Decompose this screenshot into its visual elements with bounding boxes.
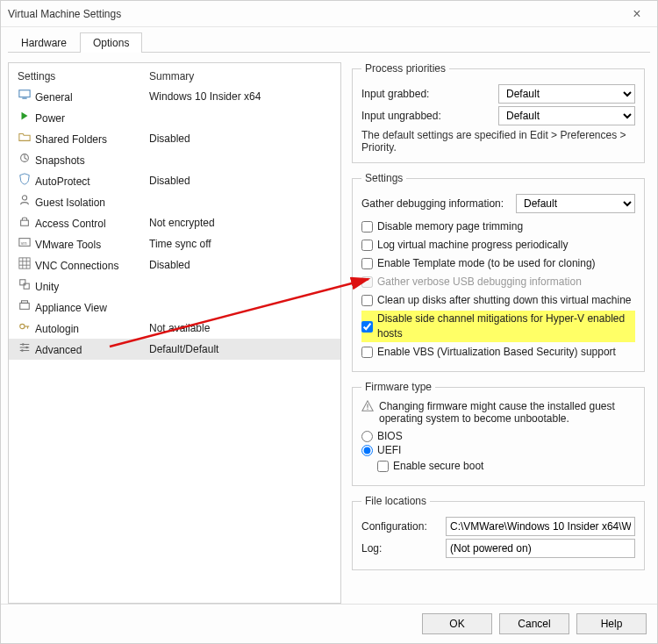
radio-bios[interactable]: BIOS xyxy=(361,430,635,442)
list-row-autoprotect[interactable]: AutoProtectDisabled xyxy=(9,170,340,191)
list-row-vmware-tools[interactable]: vmVMware ToolsTime sync off xyxy=(9,233,340,254)
appliance-icon xyxy=(18,298,32,312)
svg-rect-12 xyxy=(20,280,25,285)
cancel-button[interactable]: Cancel xyxy=(499,613,569,634)
list-item-summary: Disabled xyxy=(149,173,332,189)
config-path-field[interactable] xyxy=(446,517,635,536)
list-row-snapshots[interactable]: Snapshots xyxy=(9,149,340,170)
window-title: Virtual Machine Settings xyxy=(8,8,624,20)
list-row-autologin[interactable]: AutologinNot available xyxy=(9,318,340,339)
cb-cleanup-disks[interactable]: Clean up disks after shutting down this … xyxy=(361,292,635,309)
lock-icon xyxy=(18,214,32,228)
svg-rect-4 xyxy=(21,220,29,225)
list-item-name: AutoProtect xyxy=(35,175,90,188)
cb-log-progress[interactable]: Log virtual machine progress periodicall… xyxy=(361,237,635,254)
list-item-summary: Time sync off xyxy=(149,236,332,252)
list-row-shared-folders[interactable]: Shared FoldersDisabled xyxy=(9,128,340,149)
cb-side-channel[interactable]: Disable side channel mitigations for Hyp… xyxy=(361,311,635,342)
cb-vbs-support[interactable]: Enable VBS (Virtualization Based Securit… xyxy=(361,344,635,361)
input-ungrabbed-select[interactable]: Default xyxy=(498,106,635,125)
tab-hardware[interactable]: Hardware xyxy=(8,32,80,53)
help-button[interactable]: Help xyxy=(576,613,647,634)
process-priorities-group: Process priorities Input grabbed: Defaul… xyxy=(352,62,645,163)
svg-point-16 xyxy=(20,324,25,328)
list-item-summary: Default/Default xyxy=(149,341,332,357)
col-settings-header: Settings xyxy=(18,70,149,82)
list-item-name: Power xyxy=(35,112,65,125)
list-row-access-control[interactable]: Access ControlNot encrypted xyxy=(9,212,340,233)
cb-disable-mem-trim[interactable]: Disable memory page trimming xyxy=(361,218,635,235)
config-label: Configuration: xyxy=(361,520,440,533)
snapshot-icon xyxy=(18,151,32,165)
firmware-warning: Changing firmware might cause the instal… xyxy=(379,400,635,425)
settings-list[interactable]: Settings Summary GeneralWindows 10 Insid… xyxy=(8,62,341,604)
tab-options[interactable]: Options xyxy=(80,32,142,53)
input-grabbed-select[interactable]: Default xyxy=(498,84,635,104)
svg-rect-7 xyxy=(19,258,30,268)
screen-icon xyxy=(18,88,32,102)
power-icon xyxy=(18,109,32,123)
sliders-icon xyxy=(18,340,32,354)
ok-button[interactable]: OK xyxy=(422,613,492,634)
content-area: Settings Summary GeneralWindows 10 Insid… xyxy=(1,54,657,604)
list-header: Settings Summary xyxy=(9,68,340,86)
list-item-summary: Not encrypted xyxy=(149,215,332,231)
shield-icon xyxy=(18,172,32,186)
vm-settings-window: Virtual Machine Settings × Hardware Opti… xyxy=(0,0,658,644)
list-item-name: General xyxy=(35,91,73,104)
list-item-name: Snapshots xyxy=(35,154,85,167)
warning-icon xyxy=(361,400,374,415)
titlebar: Virtual Machine Settings × xyxy=(1,1,657,27)
log-label: Log: xyxy=(361,542,440,555)
list-item-summary: Disabled xyxy=(149,131,332,147)
svg-point-24 xyxy=(21,349,24,352)
svg-rect-25 xyxy=(367,404,368,407)
unity-icon xyxy=(18,277,32,291)
vm-icon: vm xyxy=(18,235,32,249)
tab-strip: Hardware Options xyxy=(1,27,657,53)
log-path-field[interactable] xyxy=(446,539,635,558)
svg-rect-1 xyxy=(22,98,26,99)
list-row-advanced[interactable]: AdvancedDefault/Default xyxy=(9,339,340,360)
list-row-guest-isolation[interactable]: Guest Isolation xyxy=(9,191,340,212)
cb-template-mode[interactable]: Enable Template mode (to be used for clo… xyxy=(361,255,635,272)
settings-legend: Settings xyxy=(361,172,406,184)
svg-point-22 xyxy=(25,347,28,349)
list-item-name: VNC Connections xyxy=(35,260,118,272)
col-summary-header: Summary xyxy=(149,70,332,82)
file-locations-group: File locations Configuration: Log: xyxy=(352,495,645,570)
list-row-general[interactable]: GeneralWindows 10 Insider x64 xyxy=(9,86,340,107)
file-locations-legend: File locations xyxy=(361,495,430,507)
list-item-name: Access Control xyxy=(35,218,106,230)
list-row-unity[interactable]: Unity xyxy=(9,275,340,297)
list-item-name: Appliance View xyxy=(35,302,107,314)
folder-icon xyxy=(18,130,32,144)
svg-rect-15 xyxy=(22,301,28,304)
options-panel: Process priorities Input grabbed: Defaul… xyxy=(352,62,650,604)
radio-uefi[interactable]: UEFI xyxy=(361,444,635,456)
list-item-name: Advanced xyxy=(35,344,82,356)
guest-icon xyxy=(18,193,32,207)
settings-group: Settings Gather debugging information: D… xyxy=(352,172,645,372)
svg-point-3 xyxy=(22,196,26,200)
svg-rect-0 xyxy=(19,90,30,97)
list-item-name: Unity xyxy=(35,281,59,293)
priority-hint: The default settings are specified in Ed… xyxy=(361,129,635,154)
firmware-group: Firmware type Changing firmware might ca… xyxy=(352,381,645,486)
list-rows: GeneralWindows 10 Insider x64PowerShared… xyxy=(9,86,340,360)
svg-point-20 xyxy=(22,343,25,346)
list-row-power[interactable]: Power xyxy=(9,107,340,128)
close-icon[interactable]: × xyxy=(624,6,650,22)
cb-secure-boot[interactable]: Enable secure boot xyxy=(377,458,635,475)
list-row-vnc-connections[interactable]: VNC ConnectionsDisabled xyxy=(9,254,340,275)
gather-select[interactable]: Default xyxy=(516,194,635,213)
dialog-footer: OK Cancel Help xyxy=(1,604,657,643)
list-item-summary: Windows 10 Insider x64 xyxy=(149,89,332,104)
list-item-name: Autologin xyxy=(35,323,79,335)
svg-rect-14 xyxy=(20,303,30,309)
input-grabbed-label: Input grabbed: xyxy=(361,88,493,100)
svg-rect-13 xyxy=(24,283,29,289)
svg-rect-26 xyxy=(367,409,368,410)
list-row-appliance-view[interactable]: Appliance View xyxy=(9,297,340,318)
list-item-name: Shared Folders xyxy=(35,133,107,146)
